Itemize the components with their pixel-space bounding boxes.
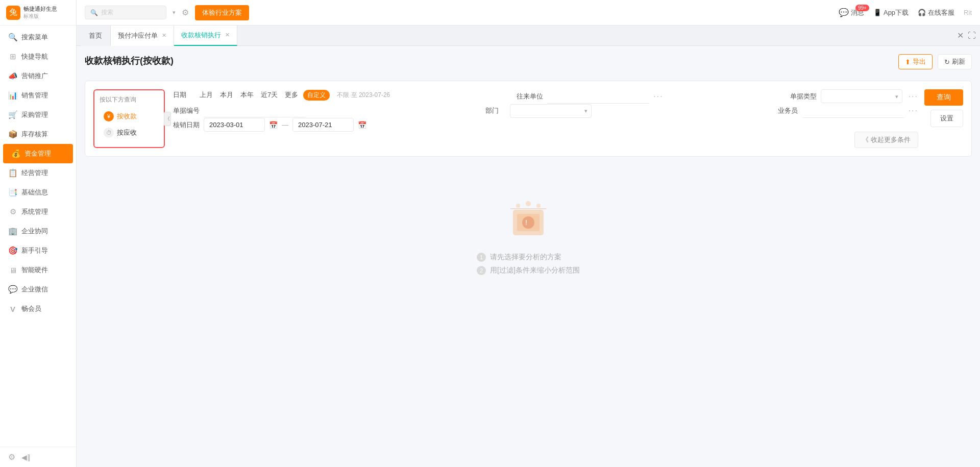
page-header: 收款核销执行(按收款) ⬆ 导出 ↻ 刷新 [85, 54, 972, 75]
date-this-month[interactable]: 本月 [218, 89, 235, 101]
sidebar-item-purchase-label: 采购管理 [21, 110, 48, 119]
query-actions: 查询 设置 [924, 89, 963, 148]
online-service-button[interactable]: 🎧 在线客服 [918, 8, 954, 17]
date-7days[interactable]: 近7天 [259, 89, 280, 101]
sidebar-item-basics-label: 基础信息 [21, 188, 48, 197]
refresh-label: 刷新 [952, 57, 965, 66]
query-button[interactable]: 查询 [924, 89, 963, 106]
checkdate-from-input[interactable] [204, 118, 265, 132]
app-download-button[interactable]: 📱 App下载 [873, 8, 909, 17]
sidebar-item-wechat-label: 企业微信 [21, 285, 48, 294]
sidebar-item-operations[interactable]: 📋 经营管理 [0, 163, 76, 183]
filter-option-by-receipt[interactable]: ¥ 按收款 [100, 108, 159, 125]
sidebar-item-member[interactable]: V 畅会员 [0, 299, 76, 318]
tab-prepay[interactable]: 预付冲应付单 ✕ [111, 26, 174, 46]
sidebar-item-search[interactable]: 🔍 搜索菜单 [0, 28, 76, 47]
online-service-label: 在线客服 [928, 8, 954, 17]
search-placeholder: 搜索 [101, 8, 113, 17]
filter-more-button[interactable]: 《 收起更多条件 [854, 132, 918, 148]
sidebar-nav: 🔍 搜索菜单 ⊞ 快捷导航 📣 营销推广 📊 销售管理 🛒 采购管理 📦 库存核… [0, 26, 76, 447]
sidebar-item-collab-label: 企业协同 [21, 227, 48, 236]
date-this-year[interactable]: 本年 [238, 89, 256, 101]
sidebar-item-marketing-label: 营销推广 [21, 71, 48, 81]
empty-hints: 1 请先选择要分析的方案 2 用[过滤]条件来缩小分析范围 [477, 253, 580, 275]
checkdate-from-calendar-icon[interactable]: 📅 [269, 121, 278, 129]
staff-input[interactable] [802, 104, 904, 117]
topbar-chevron-icon[interactable]: ▾ [173, 9, 176, 16]
tab-expand-icon[interactable]: ⛶ [968, 31, 976, 40]
tab-bar: 首页 预付冲应付单 ✕ 收款核销执行 ✕ ✕ ⛶ [77, 26, 980, 46]
sidebar-item-quicknav-label: 快捷导航 [21, 52, 48, 61]
tab-close-all-icon[interactable]: ✕ [957, 31, 964, 40]
settings-footer-icon[interactable]: ⚙ [8, 452, 15, 462]
partner-more-icon[interactable]: ··· [653, 92, 663, 101]
docno-input-area[interactable] [204, 104, 306, 117]
topbar-gear-icon[interactable]: ⚙ [182, 8, 189, 17]
docno-input[interactable] [204, 104, 306, 117]
page-content: 收款核销执行(按收款) ⬆ 导出 ↻ 刷新 按以下方查询 ¥ 按收款 [77, 46, 980, 467]
solution-button[interactable]: 体验行业方案 [195, 5, 249, 20]
sidebar-item-hardware[interactable]: 🖥 智能硬件 [0, 260, 76, 280]
sidebar-item-quicknav[interactable]: ⊞ 快捷导航 [0, 47, 76, 66]
sidebar: 兔 畅捷通好生意 标准版 🔍 搜索菜单 ⊞ 快捷导航 📣 营销推广 📊 销售管理… [0, 0, 77, 467]
receivable-option-icon: ⏱ [104, 128, 114, 138]
export-icon: ⬆ [905, 58, 911, 66]
hint-num-2: 2 [477, 266, 486, 275]
filter-docno-field: 单据编号 [173, 104, 306, 117]
search-icon: 🔍 [8, 33, 17, 42]
dept-select[interactable] [510, 104, 592, 118]
app-logo-icon: 兔 [6, 6, 20, 20]
docno-label: 单据编号 [173, 106, 200, 115]
sidebar-item-purchase[interactable]: 🛒 采购管理 [0, 105, 76, 125]
sidebar-item-hardware-label: 智能硬件 [21, 265, 48, 275]
doctype-select[interactable] [821, 89, 902, 103]
sidebar-item-wechat[interactable]: 💬 企业微信 [0, 280, 76, 299]
topbar: 🔍 搜索 ▾ ⚙ 体验行业方案 💬 消息 99+ 📱 App下载 🎧 在线客服 … [77, 0, 980, 26]
staff-input-area[interactable] [802, 104, 904, 118]
date-label: 日期 [173, 90, 193, 100]
sidebar-item-basics[interactable]: 📑 基础信息 [0, 183, 76, 202]
sidebar-item-sales[interactable]: 📊 销售管理 [0, 86, 76, 105]
filter-collapse-button[interactable]: 《 [164, 112, 171, 126]
app-name: 畅捷通好生意 [23, 5, 57, 12]
tab-collection-label: 收款核销执行 [181, 31, 221, 40]
sidebar-item-sales-label: 销售管理 [21, 91, 48, 100]
filter-settings-button[interactable]: 设置 [930, 110, 963, 127]
date-more[interactable]: 更多 [283, 89, 300, 101]
refresh-button[interactable]: ↻ 刷新 [938, 54, 972, 69]
filter-doctype-field: 单据类型 ··· [790, 89, 918, 103]
inventory-icon: 📦 [8, 130, 17, 139]
date-last-month[interactable]: 上月 [198, 89, 215, 101]
staff-more-icon[interactable]: ··· [909, 106, 918, 115]
messages-button[interactable]: 💬 消息 99+ [839, 8, 864, 17]
tab-collection-close[interactable]: ✕ [225, 32, 230, 38]
tab-home[interactable]: 首页 [81, 26, 111, 46]
date-custom-badge[interactable]: 自定义 [303, 90, 330, 101]
empty-hint-2-text: 用[过滤]条件来缩小分析范围 [490, 266, 580, 275]
tab-prepay-close[interactable]: ✕ [162, 32, 166, 39]
filter-option-by-receivable[interactable]: ⏱ 按应收 [100, 125, 159, 141]
sidebar-item-inventory-label: 库存核算 [21, 130, 48, 139]
svg-point-2 [522, 216, 534, 229]
checkdate-label: 核销日期 [173, 120, 200, 130]
doctype-more-icon[interactable]: ··· [909, 92, 918, 101]
topbar-search[interactable]: 🔍 搜索 [85, 6, 166, 19]
sidebar-item-marketing[interactable]: 📣 营销推广 [0, 66, 76, 86]
user-profile[interactable]: Rit [964, 9, 972, 16]
tab-collection[interactable]: 收款核销执行 ✕ [174, 26, 237, 46]
sidebar-item-inventory[interactable]: 📦 库存核算 [0, 125, 76, 144]
sidebar-item-guide[interactable]: 🎯 新手引导 [0, 241, 76, 260]
checkdate-to-calendar-icon[interactable]: 📅 [358, 121, 366, 129]
checkdate-to-input[interactable] [292, 118, 354, 132]
sidebar-item-system[interactable]: ⚙ 系统管理 [0, 202, 76, 222]
sidebar-item-operations-label: 经营管理 [21, 168, 48, 178]
sidebar-item-collab[interactable]: 🏢 企业协同 [0, 222, 76, 241]
collapse-sidebar-icon[interactable]: ◀‖ [21, 453, 31, 461]
tab-home-label: 首页 [89, 31, 102, 40]
page-title: 收款核销执行(按收款) [85, 55, 174, 67]
partner-input-area[interactable] [547, 89, 649, 104]
sidebar-item-finance[interactable]: 💰 资金管理 [3, 144, 73, 163]
guide-icon: 🎯 [8, 246, 17, 255]
partner-input[interactable] [547, 90, 649, 103]
export-button[interactable]: ⬆ 导出 [898, 54, 933, 69]
